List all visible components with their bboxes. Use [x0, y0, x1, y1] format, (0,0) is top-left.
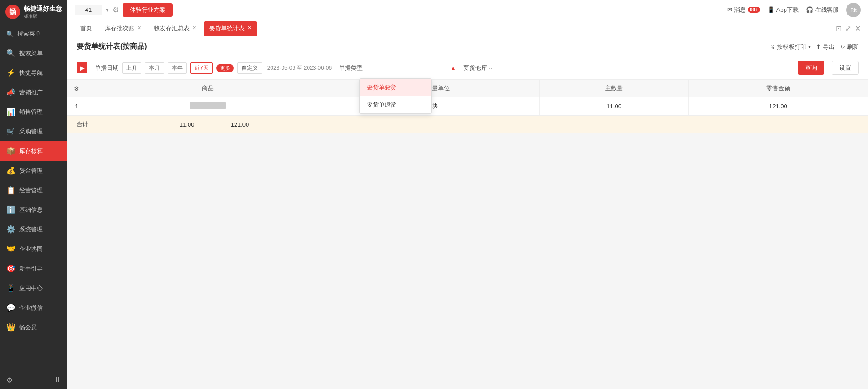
settings-icon[interactable]: ⚙: [6, 376, 13, 384]
refresh-icon: ↻: [840, 43, 845, 50]
tab-home[interactable]: 首页: [75, 21, 98, 36]
search-icon: 🔍: [6, 31, 14, 37]
logo-text: 畅捷通好生意 标准版: [24, 5, 62, 19]
topbar-number: 41: [75, 5, 102, 15]
sidebar-nav: 🔍搜索菜单⚡快捷导航📣营销推广📊销售管理🛒采购管理📦库存核算💰资金管理📋经营管理…: [0, 43, 67, 371]
sidebar-item-inventory[interactable]: 📦库存核算: [0, 141, 67, 161]
type-label: 单据类型: [339, 64, 363, 72]
expand-icon: ⊡: [836, 24, 842, 33]
page-content: 要货单统计表(按商品) 🖨 按模板打印 ▾ ⬆ 导出 ↻ 刷新 ▶: [67, 37, 868, 389]
sidebar-item-sales[interactable]: 📊销售管理: [0, 102, 67, 122]
sidebar-item-wechat[interactable]: 💬企业微信: [0, 298, 67, 317]
tab-order-stats[interactable]: 要货单统计表 ✕: [204, 21, 257, 36]
table-header-row: ⚙ 商品 主计量单位 主数量 零售金额: [67, 80, 868, 97]
sidebar-item-shortcut[interactable]: ⚡快捷导航: [0, 63, 67, 82]
vip-icon: 👑: [6, 323, 15, 332]
row-seq: 1: [67, 97, 86, 115]
sidebar: 畅 畅捷通好生意 标准版 🔍 搜索菜单 🔍搜索菜单⚡快捷导航📣营销推广📊销售管理…: [0, 0, 67, 389]
sidebar-item-marketing-promo[interactable]: 📣营销推广: [0, 82, 67, 102]
messages-badge: 99+: [748, 7, 760, 13]
inventory-icon: 📦: [6, 147, 15, 155]
page-title: 要货单统计表(按商品): [77, 42, 147, 51]
table-body: 1 块 11.00 121.00: [67, 97, 868, 115]
date-label: 单据日期: [95, 64, 118, 72]
warehouse-label: 要货仓库: [463, 64, 487, 72]
date-7days-btn[interactable]: 近7天: [190, 62, 213, 74]
type-dropdown: 要货单要货 要货单退货: [359, 78, 432, 114]
tab-expand-btn[interactable]: ⊡: [836, 24, 842, 33]
tab-close-order-stats[interactable]: ✕: [247, 25, 252, 31]
tab-close-receive-summary[interactable]: ✕: [192, 25, 196, 31]
row-amount: 121.00: [688, 97, 868, 115]
setting-btn[interactable]: 设置: [832, 61, 859, 75]
sidebar-item-guide[interactable]: 🎯新手引导: [0, 259, 67, 278]
print-icon: 🖨: [769, 43, 775, 50]
footer-qty: 11.00: [180, 121, 195, 128]
sidebar-logo: 畅 畅捷通好生意 标准版: [0, 0, 67, 24]
table-container: ⚙ 商品 主计量单位 主数量 零售金额 1 块 11.00: [67, 80, 868, 115]
date-last-month-btn[interactable]: 上月: [122, 62, 141, 74]
sidebar-item-purchase[interactable]: 🛒采购管理: [0, 122, 67, 141]
user-avatar[interactable]: Rit: [846, 3, 861, 17]
th-qty: 主数量: [539, 80, 688, 97]
tab-close-inventory-batch[interactable]: ✕: [137, 25, 141, 31]
sales-icon: 📊: [6, 107, 15, 116]
shortcut-icon: ⚡: [6, 68, 15, 77]
query-btn[interactable]: 查询: [798, 61, 824, 75]
warehouse-more-icon[interactable]: ···: [489, 65, 494, 72]
print-chevron-icon: ▾: [808, 44, 811, 49]
export-btn[interactable]: ⬆ 导出: [816, 43, 835, 51]
topbar-right: ✉ 消息 99+ 📱 App下载 🎧 在线客服 Rit: [727, 3, 861, 17]
tab-close-all-icon[interactable]: ✕: [855, 24, 861, 33]
messages-btn[interactable]: ✉ 消息 99+: [727, 6, 760, 14]
collapse-icon[interactable]: ⏸: [54, 376, 61, 384]
type-filter-group: 单据类型 ▲: [339, 63, 456, 72]
th-settings[interactable]: ⚙: [67, 80, 86, 97]
th-amount: 零售金额: [688, 80, 868, 97]
app-icon: 📱: [767, 6, 775, 13]
dropdown-item-1[interactable]: 要货单退货: [360, 96, 431, 113]
finance-icon: 💰: [6, 166, 15, 175]
footer-total-label: 合计: [77, 120, 88, 128]
refresh-btn[interactable]: ↻ 刷新: [840, 43, 859, 51]
sidebar-item-system[interactable]: ⚙️系统管理: [0, 220, 67, 239]
guide-icon: 🎯: [6, 264, 15, 273]
sidebar-item-finance[interactable]: 💰资金管理: [0, 161, 67, 180]
operations-icon: 📋: [6, 186, 15, 194]
sidebar-item-basic-info[interactable]: ℹ️基础信息: [0, 200, 67, 220]
export-icon: ⬆: [816, 43, 821, 50]
industry-btn[interactable]: 体验行业方案: [123, 3, 173, 17]
table-row: 1 块 11.00 121.00: [67, 97, 868, 115]
sidebar-item-search[interactable]: 🔍搜索菜单: [0, 43, 67, 63]
sidebar-item-operations[interactable]: 📋经营管理: [0, 180, 67, 200]
type-select[interactable]: [366, 63, 447, 72]
date-this-month-btn[interactable]: 本月: [145, 62, 164, 74]
tab-inventory-batch[interactable]: 库存批次账 ✕: [99, 21, 147, 36]
type-chevron-up-icon[interactable]: ▲: [450, 65, 456, 72]
sidebar-search[interactable]: 🔍 搜索菜单: [0, 24, 67, 43]
online-service-btn[interactable]: 🎧 在线客服: [806, 6, 839, 14]
topbar-chevron-icon[interactable]: ▾: [106, 6, 109, 13]
filter-toggle-btn[interactable]: ▶: [77, 62, 87, 73]
sidebar-item-app-center[interactable]: 📱应用中心: [0, 278, 67, 298]
logo-icon: 畅: [5, 5, 20, 19]
sidebar-item-vip[interactable]: 👑畅会员: [0, 317, 67, 337]
sidebar-item-enterprise[interactable]: 🤝企业协同: [0, 239, 67, 259]
main-content: 41 ▾ ⚙ 体验行业方案 ✉ 消息 99+ 📱 App下载 🎧 在线客服 Ri…: [67, 0, 868, 389]
message-icon: ✉: [727, 6, 732, 13]
date-custom-btn[interactable]: 自定义: [237, 62, 262, 74]
th-goods: 商品: [86, 80, 330, 97]
tab-fullscreen-icon[interactable]: ⤢: [845, 24, 851, 33]
dropdown-item-0[interactable]: 要货单要货: [360, 79, 431, 96]
settings-topbar-icon[interactable]: ⚙: [113, 5, 119, 14]
tab-receive-summary[interactable]: 收发存汇总表 ✕: [149, 21, 202, 36]
date-range-label: 2023-05-06 至 2023-06-06: [267, 64, 332, 72]
date-this-year-btn[interactable]: 本年: [168, 62, 187, 74]
date-more-btn[interactable]: 更多: [216, 64, 234, 72]
app-download-btn[interactable]: 📱 App下载: [767, 6, 799, 14]
tabs-bar: 首页 库存批次账 ✕ 收发存汇总表 ✕ 要货单统计表 ✕ ⊡ ⤢ ✕: [67, 20, 868, 37]
print-btn[interactable]: 🖨 按模板打印 ▾: [769, 43, 811, 51]
footer-total-values: 11.00 121.00: [180, 121, 249, 128]
enterprise-icon: 🤝: [6, 245, 15, 253]
app-center-icon: 📱: [6, 284, 15, 292]
